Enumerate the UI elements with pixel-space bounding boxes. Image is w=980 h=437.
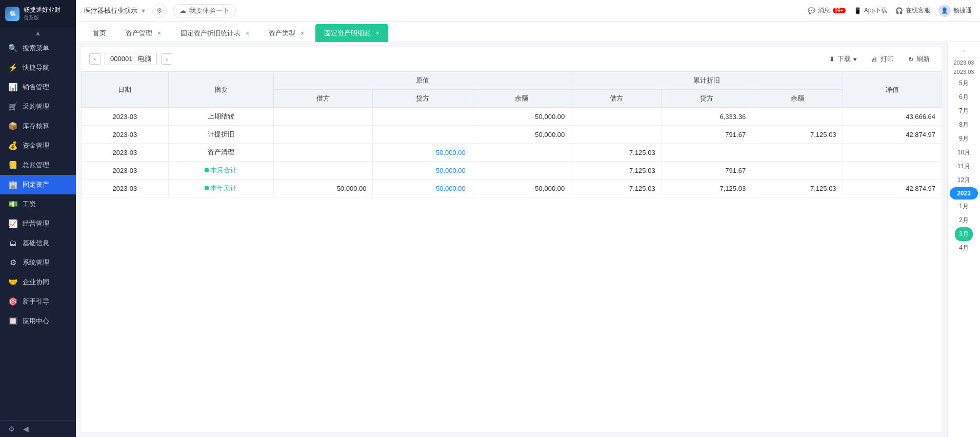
tab-asset-type-close[interactable]: × [301,29,305,37]
table-row: 2023-03 资产清理 50,000.00 7,125.03 [82,144,942,162]
cell-ad-debit: 7,125.03 [571,180,662,197]
summary-label: 本月合计 [205,166,237,175]
online-service-action[interactable]: 🎧 在线客服 [895,6,930,15]
company-selector[interactable]: 医疗器械行业演示 ▼ [84,6,146,15]
message-action[interactable]: 💬 消息 99+ [808,6,846,15]
sidebar-item-quick-nav[interactable]: ⚡快捷导航 [0,58,76,77]
sidebar-item-app-center[interactable]: 🔲应用中心 [0,311,76,331]
user-name: 畅捷通 [953,6,972,15]
asset-nav: ‹ 000001 电脑 › ⬇ 下载 ▾ 🖨 [81,47,942,71]
download-btn[interactable]: ⬇ 下载 ▾ [825,52,861,66]
cell-date: 2023-03 [82,108,169,126]
rs-month[interactable]: 6月 [953,90,974,104]
sidebar-scroll-up[interactable]: ▲ [0,28,76,38]
rs-month[interactable]: 10月 [953,146,974,160]
rs-month[interactable]: 8月 [953,118,974,132]
rs-month[interactable]: 3月 [955,227,973,241]
sidebar-item-sales[interactable]: 📊销售管理 [0,77,76,97]
search-icon: 🔍 [8,44,17,53]
sidebar-header: 畅 畅捷通好业财 普及版 [0,0,76,28]
toolbar-right: ⬇ 下载 ▾ 🖨 打印 ↻ 刷新 [825,52,934,66]
base-info-icon: 🗂 [8,239,17,247]
print-label: 打印 [881,54,894,64]
asset-name: 电脑 [138,55,151,63]
sidebar-label-ledger: 总账管理 [23,161,49,170]
cell-ov-balance: 50,000.00 [472,180,571,197]
app-edition: 普及版 [24,14,61,22]
col-summary: 摘要 [168,72,273,108]
cell-ov-debit: 50,000.00 [274,180,373,197]
sidebar-item-finance[interactable]: 💰资金管理 [0,136,76,155]
cell-ad-credit: 7,125.03 [662,180,752,197]
sidebar-label-search: 搜索菜单 [23,44,49,53]
company-dropdown-icon: ▼ [141,8,146,14]
print-btn[interactable]: 🖨 打印 [867,52,898,66]
rs-collapse-btn[interactable]: › [960,46,968,55]
cell-ov-balance [472,162,571,180]
next-asset-btn[interactable]: › [161,53,172,65]
tab-home[interactable]: 首页 [84,24,115,42]
refresh-label: 刷新 [916,54,930,64]
cell-date: 2023-03 [82,162,169,180]
sidebar-item-search[interactable]: 🔍搜索菜单 [0,38,76,58]
sidebar-item-enterprise[interactable]: 🤝企业协同 [0,272,76,292]
sidebar-nav: 🔍搜索菜单⚡快捷导航📊销售管理🛒采购管理📦库存核算💰资金管理📒总账管理🏢固定资产… [0,38,76,420]
rs-month[interactable]: 4月 [953,241,975,255]
cell-ov-debit [274,108,373,126]
cell-net-value: 42,874.97 [843,180,942,197]
rs-month[interactable]: 1月 [953,200,975,213]
sidebar-item-fixed-asset[interactable]: 🏢固定资产 [0,175,76,194]
sidebar-item-inventory[interactable]: 📦库存核算 [0,116,76,136]
rs-top-year1: 2023.03 [954,58,974,67]
phone-icon: 📱 [854,7,862,14]
sidebar-item-base-info[interactable]: 🗂基础信息 [0,233,76,253]
rs-month[interactable]: 7月 [953,104,974,118]
sidebar-item-purchase[interactable]: 🛒采购管理 [0,97,76,116]
rs-month[interactable]: 12月 [953,173,974,187]
tab-asset-type[interactable]: 资产类型 × [260,24,313,42]
content-area: ‹ 000001 电脑 › ⬇ 下载 ▾ 🖨 [76,42,980,437]
download-dropdown-icon: ▾ [853,55,857,63]
sidebar-item-operations[interactable]: 📈经营管理 [0,214,76,233]
sidebar-item-system[interactable]: ⚙系统管理 [0,253,76,272]
sidebar-item-guide[interactable]: 🎯新手引导 [0,292,76,311]
next-icon: › [166,56,168,62]
inventory-icon: 📦 [8,122,17,131]
rs-month[interactable]: 2月 [953,213,975,227]
collapse-icon[interactable]: ◀ [23,425,29,433]
main-panel: ‹ 000001 电脑 › ⬇ 下载 ▾ 🖨 [81,47,942,432]
cell-net-value [843,144,942,162]
tab-asset-detail[interactable]: 固定资产明细账 × [315,24,388,42]
purchase-icon: 🛒 [8,102,17,111]
rs-year-2023[interactable]: 2023 [950,187,978,200]
tab-depreciation-close[interactable]: × [246,29,250,37]
rs-month[interactable]: 9月 [953,132,974,146]
tab-asset-mgmt[interactable]: 资产管理 × [117,24,170,42]
sidebar-label-payroll: 工资 [23,200,36,209]
tab-depreciation-table[interactable]: 固定资产折旧统计表 × [172,24,258,42]
rs-month[interactable]: 5月 [953,76,974,90]
settings-icon[interactable]: ⚙ [8,425,15,433]
sidebar-label-sales: 销售管理 [23,83,49,92]
summary-label: 本年累计 [205,184,237,193]
message-label: 消息 [818,6,830,15]
cell-ov-credit [373,108,472,126]
refresh-icon: ↻ [908,55,914,63]
app-download-action[interactable]: 📱 App下载 [854,6,887,15]
tab-asset-mgmt-close[interactable]: × [157,29,162,37]
rs-month[interactable]: 11月 [953,160,974,173]
refresh-btn[interactable]: ↻ 刷新 [904,52,934,66]
sales-icon: 📊 [8,83,17,92]
col-ov-debit: 借方 [274,90,373,108]
topbar-settings-btn[interactable]: ⚙ [152,4,167,18]
cell-ad-debit [571,126,662,144]
tab-asset-detail-close[interactable]: × [375,29,379,37]
sidebar-label-inventory: 库存核算 [23,122,49,131]
sidebar-item-ledger[interactable]: 📒总账管理 [0,155,76,175]
cell-summary: 计提折旧 [168,126,273,144]
sidebar-item-payroll[interactable]: 💵工资 [0,194,76,214]
prev-asset-btn[interactable]: ‹ [89,53,101,65]
experience-btn[interactable]: ☁ 我要体验一下 [173,4,236,17]
rs-top-year2: 2023.03 [954,67,974,76]
user-profile[interactable]: 👤 畅捷通 [938,5,972,17]
